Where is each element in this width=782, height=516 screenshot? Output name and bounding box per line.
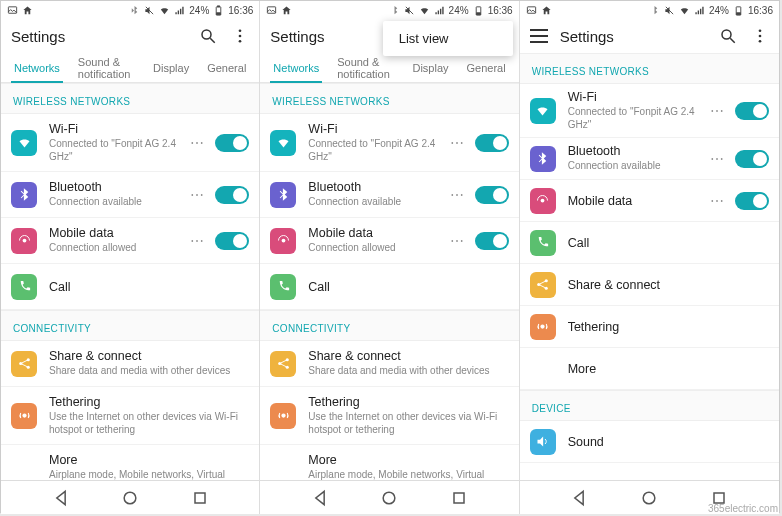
row-call[interactable]: Call	[1, 264, 259, 310]
row-title: Bluetooth	[308, 180, 443, 194]
overflow-dots[interactable]: ⋯	[184, 187, 211, 203]
row-title: Tethering	[308, 395, 508, 409]
row-sub: Connection allowed	[49, 242, 184, 255]
row-tethering[interactable]: Tethering	[520, 306, 779, 348]
overflow-dots[interactable]: ⋯	[444, 187, 471, 203]
search-icon[interactable]	[199, 27, 217, 45]
row-title: Bluetooth	[568, 144, 704, 158]
section-connectivity: CONNECTIVITY	[1, 310, 259, 341]
tab-sound[interactable]: Sound & notification	[69, 53, 144, 82]
back-button[interactable]	[569, 488, 589, 508]
row-bluetooth[interactable]: Bluetooth Connection available ⋯	[520, 138, 779, 180]
tab-general[interactable]: General	[458, 53, 515, 82]
bluetooth-icon	[530, 146, 556, 172]
section-device: DEVICE	[520, 390, 779, 421]
svg-line-28	[281, 364, 286, 367]
row-bluetooth[interactable]: Bluetooth Connection available ⋯	[1, 172, 259, 218]
row-title: Tethering	[568, 320, 769, 334]
search-icon[interactable]	[719, 27, 737, 45]
call-icon	[11, 274, 37, 300]
tab-general[interactable]: General	[198, 53, 255, 82]
picture-icon	[266, 5, 277, 16]
row-tethering[interactable]: Tethering Use the Internet on other devi…	[260, 387, 518, 445]
svg-point-11	[19, 362, 22, 365]
row-title: More	[308, 453, 508, 467]
row-bluetooth[interactable]: Bluetooth Connection available ⋯	[260, 172, 518, 218]
svg-point-42	[537, 283, 540, 286]
row-title: Mobile data	[49, 226, 184, 240]
svg-point-5	[202, 30, 211, 39]
row-share-connect[interactable]: Share & connect Share data and media wit…	[260, 341, 518, 387]
mobile-data-toggle[interactable]	[735, 192, 769, 210]
mobile-data-toggle[interactable]	[215, 232, 249, 250]
back-button[interactable]	[51, 488, 71, 508]
mobile-data-icon	[530, 188, 556, 214]
battery-percent: 24%	[189, 5, 209, 16]
row-share-connect[interactable]: Share & connect Share data and media wit…	[1, 341, 259, 387]
home-button[interactable]	[120, 488, 140, 508]
row-more[interactable]: More	[520, 348, 779, 390]
tabs: Networks Sound & notification Display Ge…	[1, 53, 259, 83]
tab-display[interactable]: Display	[403, 53, 457, 82]
row-mobile-data[interactable]: Mobile data ⋯	[520, 180, 779, 222]
bluetooth-toggle[interactable]	[475, 186, 509, 204]
picture-icon	[526, 5, 537, 16]
mobile-data-toggle[interactable]	[475, 232, 509, 250]
home-button[interactable]	[639, 488, 659, 508]
bluetooth-toggle[interactable]	[215, 186, 249, 204]
overflow-icon[interactable]	[231, 27, 249, 45]
svg-point-24	[278, 362, 281, 365]
row-wifi[interactable]: Wi-Fi Connected to "Fonpit AG 2.4 GHz" ⋯	[260, 114, 518, 172]
overflow-dots[interactable]: ⋯	[444, 233, 471, 249]
wifi-icon	[270, 130, 296, 156]
svg-line-37	[730, 38, 735, 43]
overflow-icon[interactable]	[751, 27, 769, 45]
row-mobile-data[interactable]: Mobile data Connection allowed ⋯	[1, 218, 259, 264]
drawer-icon[interactable]	[530, 29, 548, 43]
overflow-dots[interactable]: ⋯	[704, 103, 731, 119]
row-tethering[interactable]: Tethering Use the Internet on other devi…	[1, 387, 259, 445]
row-more[interactable]: More Airplane mode, Mobile networks, Vir…	[260, 445, 518, 480]
svg-point-44	[545, 287, 548, 290]
mute-icon	[664, 5, 675, 16]
call-icon	[530, 230, 556, 256]
row-call[interactable]: Call	[520, 222, 779, 264]
row-sub: Share data and media with other devices	[49, 365, 249, 378]
wifi-toggle[interactable]	[475, 134, 509, 152]
recent-button[interactable]	[190, 488, 210, 508]
tab-sound[interactable]: Sound & notification	[328, 53, 403, 82]
home-button[interactable]	[379, 488, 399, 508]
recent-button[interactable]	[449, 488, 469, 508]
battery-icon	[733, 5, 744, 16]
overflow-dots[interactable]: ⋯	[184, 135, 211, 151]
bluetooth-toggle[interactable]	[735, 150, 769, 168]
menu-item-list-view[interactable]: List view	[399, 31, 497, 46]
tethering-icon	[11, 403, 37, 429]
overflow-dots[interactable]: ⋯	[704, 151, 731, 167]
tab-networks[interactable]: Networks	[264, 53, 328, 82]
screen-tab-view-2: 24% 16:36 Settings List view Networks So…	[260, 1, 519, 514]
wifi-status-icon	[679, 5, 690, 16]
row-share-connect[interactable]: Share & connect	[520, 264, 779, 306]
row-call[interactable]: Call	[260, 264, 518, 310]
tabs: Networks Sound & notification Display Ge…	[260, 53, 518, 83]
row-sub: Connected to "Fonpit AG 2.4 GHz"	[49, 138, 184, 163]
tab-networks[interactable]: Networks	[5, 53, 69, 82]
row-sound[interactable]: Sound	[520, 421, 779, 463]
mobile-data-icon	[11, 228, 37, 254]
wifi-toggle[interactable]	[735, 102, 769, 120]
overflow-dots[interactable]: ⋯	[444, 135, 471, 151]
svg-rect-18	[195, 493, 205, 503]
tab-display[interactable]: Display	[144, 53, 198, 82]
row-title: Share & connect	[308, 349, 508, 363]
row-wifi[interactable]: Wi-Fi Connected to "Fonpit AG 2.4 GHz" ⋯	[1, 114, 259, 172]
row-mobile-data[interactable]: Mobile data Connection allowed ⋯	[260, 218, 518, 264]
overflow-dots[interactable]: ⋯	[704, 193, 731, 209]
row-more[interactable]: More Airplane mode, Mobile networks, Vir…	[1, 445, 259, 480]
app-bar: Settings	[1, 19, 259, 53]
wifi-toggle[interactable]	[215, 134, 249, 152]
wifi-status-icon	[159, 5, 170, 16]
row-wifi[interactable]: Wi-Fi Connected to "Fonpit AG 2.4 GHz" ⋯	[520, 84, 779, 138]
back-button[interactable]	[310, 488, 330, 508]
overflow-dots[interactable]: ⋯	[184, 233, 211, 249]
